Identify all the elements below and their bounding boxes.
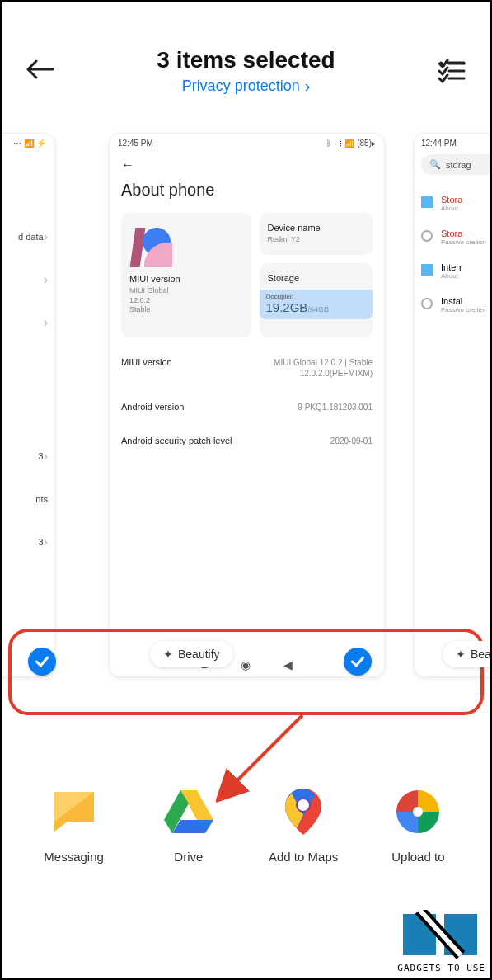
status-icons: ᛒ ⋅⫶ 📶 (85)▸ [326, 139, 376, 148]
search-icon: 🔍 [429, 159, 441, 170]
screenshot-thumb-left[interactable]: ⋯ 📶 ⚡ d data› › › 3› nts 3› [0, 133, 55, 677]
selected-check-icon[interactable] [344, 648, 372, 676]
info-row: MIUI versionMIUI Global 12.0.2 | Stable … [121, 346, 373, 390]
settings-result: InterrAbout [415, 254, 492, 288]
inner-back-icon: ← [121, 158, 373, 172]
search-text: storag [446, 160, 471, 170]
miui-card-label: MIUI version [129, 274, 243, 284]
about-phone-title: About phone [121, 181, 373, 200]
photos-icon [391, 785, 444, 838]
screenshot-carousel[interactable]: ⋯ 📶 ⚡ d data› › › 3› nts 3› 12:45 PM ᛒ ⋅… [2, 133, 490, 694]
share-label: Add to Maps [250, 850, 357, 865]
fingerprint-icon [421, 298, 433, 309]
info-row: Android version9 PKQ1.181203.001 [121, 390, 373, 424]
settings-result: StoraAbout [415, 186, 492, 220]
share-label: Messaging [21, 850, 128, 865]
share-target-messaging[interactable]: Messaging [21, 785, 128, 865]
share-label: Drive [135, 850, 242, 865]
info-row: Android security patch level2020-09-01 [121, 424, 373, 458]
share-target-photos[interactable]: Upload to [364, 785, 471, 865]
settings-result: StoraPasswo creden [415, 220, 492, 254]
device-value: Redmi Y2 [268, 235, 365, 245]
phone-icon [421, 264, 433, 276]
back-button[interactable] [26, 56, 68, 87]
svg-point-3 [413, 807, 423, 817]
drive-icon [162, 785, 215, 838]
list-item-label: nts [35, 494, 48, 504]
fingerprint-icon [421, 230, 433, 242]
phone-icon [421, 196, 433, 208]
messaging-icon [48, 785, 101, 838]
watermark-logo-icon [378, 910, 485, 959]
annotation-arrow [216, 711, 315, 810]
privacy-protection-link[interactable]: Privacy protection › [182, 77, 311, 96]
beautify-button[interactable]: ✦ Bea [443, 641, 492, 667]
device-label: Device name [268, 223, 365, 233]
occupied-label: Occupied [266, 293, 367, 300]
svg-line-0 [224, 715, 302, 794]
miui-logo-icon [129, 223, 176, 269]
miui-card-sub: MIUI Global 12.0.2 Stable [129, 286, 243, 315]
status-time: 12:45 PM [118, 139, 153, 148]
watermark-text: GADGETS TO USE [378, 963, 485, 973]
storage-card: Storage Occupied 19.2GB/64GB [260, 263, 373, 337]
star-icon: ✦ [456, 648, 466, 661]
beautify-label: Beautify [178, 648, 220, 661]
watermark: GADGETS TO USE [378, 910, 485, 973]
screenshot-thumb-right[interactable]: 12:44 PM 🔍 storag StoraAbout StoraPasswo… [414, 133, 492, 677]
share-label: Upload to [364, 850, 471, 865]
selected-check-icon[interactable] [28, 648, 56, 676]
chevron-right-icon: › [305, 77, 311, 96]
page-title: 3 items selected [68, 47, 424, 73]
star-icon: ✦ [163, 648, 173, 661]
screenshot-thumb-center[interactable]: 12:45 PM ᛒ ⋅⫶ 📶 (85)▸ ← About phone MIUI… [109, 133, 385, 677]
select-all-button[interactable] [424, 56, 466, 87]
annotation-highlight-box [8, 629, 484, 715]
device-name-card: Device name Redmi Y2 [260, 213, 373, 255]
privacy-label: Privacy protection [182, 78, 300, 95]
list-item-label: d data [18, 232, 44, 242]
beautify-button[interactable]: ✦ Beautify [150, 641, 233, 667]
status-time: 12:44 PM [415, 134, 492, 149]
beautify-label: Bea [471, 648, 491, 661]
search-input: 🔍 storag [421, 154, 492, 175]
storage-total: /64GB [307, 305, 329, 313]
storage-value: 19.2GB [266, 300, 308, 314]
miui-version-card: MIUI version MIUI Global 12.0.2 Stable [121, 213, 251, 337]
storage-label: Storage [268, 273, 365, 283]
settings-result: InstalPasswo creden [415, 288, 492, 322]
